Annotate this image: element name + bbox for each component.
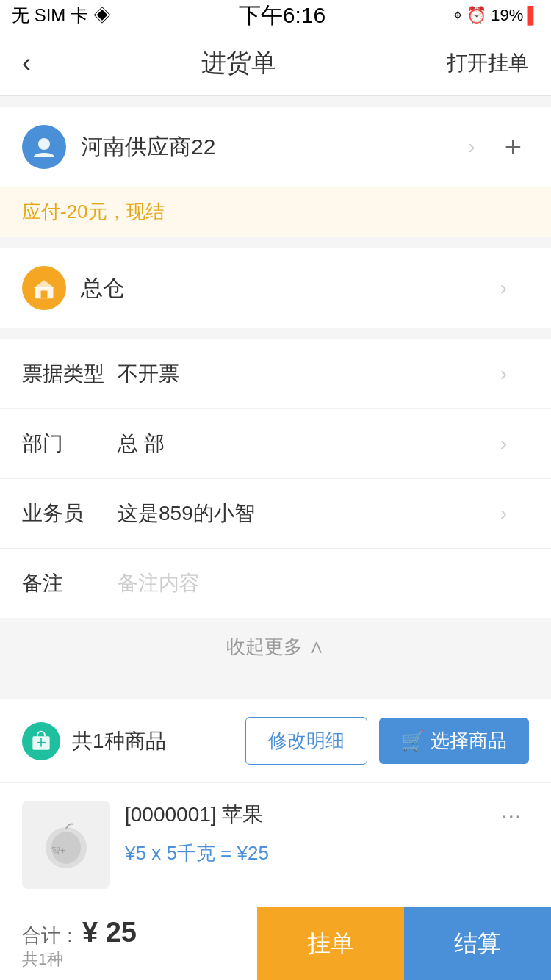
- supplier-row[interactable]: 河南供应商22 › +: [0, 107, 551, 187]
- product-name: [0000001] 苹果: [125, 801, 494, 829]
- checkout-button[interactable]: 结算: [404, 907, 551, 981]
- nav-bar: ‹ 进货单 打开挂单: [0, 31, 551, 96]
- back-button[interactable]: ‹: [22, 48, 31, 79]
- staff-value: 这是859的小智: [110, 500, 500, 527]
- battery-icon: ▌: [527, 6, 539, 25]
- divider-2: [0, 676, 551, 688]
- svg-text:智+: 智+: [51, 846, 65, 856]
- chevron-right-icon: ›: [500, 502, 507, 525]
- product-header: 共1种商品 修改明细 🛒 选择商品: [0, 699, 551, 783]
- hang-button[interactable]: 挂单: [257, 907, 404, 981]
- remark-input[interactable]: 备注内容: [110, 569, 529, 597]
- svg-point-0: [38, 138, 50, 150]
- svg-rect-2: [41, 291, 48, 299]
- dept-row[interactable]: 部门 总 部 ›: [0, 409, 551, 479]
- total-price: ¥25: [237, 842, 269, 864]
- status-time: 下午6:16: [239, 1, 325, 31]
- invoice-type-label: 票据类型: [22, 360, 110, 388]
- sim-status: 无 SIM 卡 ◈: [12, 4, 111, 27]
- product-count: 共1种商品: [72, 727, 245, 755]
- product-price-detail: ¥5 x 5千克 = ¥25: [125, 840, 494, 866]
- product-thumbnail: 智+: [22, 801, 110, 889]
- divider-1: [0, 96, 551, 107]
- status-bar: 无 SIM 卡 ◈ 下午6:16 ⌖ ⏰ 19% ▌: [0, 0, 551, 31]
- page-title: 进货单: [201, 46, 276, 80]
- open-pending-button[interactable]: 打开挂单: [447, 49, 529, 77]
- warehouse-icon: [22, 266, 66, 310]
- product-item: 智+ [0000001] 苹果 ¥5 x 5千克 = ¥25 ···: [0, 783, 551, 907]
- collapse-button[interactable]: 收起更多 ∧: [0, 618, 551, 676]
- staff-label: 业务员: [22, 500, 110, 527]
- chevron-right-icon: ›: [500, 432, 507, 455]
- battery-level: 19%: [491, 6, 523, 25]
- dept-value: 总 部: [110, 430, 500, 458]
- warehouse-name: 总仓: [81, 273, 500, 303]
- total-sub: 共1种: [22, 948, 235, 970]
- location-icon: ⌖: [453, 6, 462, 25]
- product-code: [0000001]: [125, 803, 217, 826]
- footer-total: 合计： ¥ 25 共1种: [0, 917, 257, 970]
- unit-price: ¥5: [125, 842, 146, 864]
- chevron-right-icon: ›: [468, 135, 475, 159]
- chevron-right-icon: ›: [500, 276, 507, 300]
- select-product-button[interactable]: 🛒 选择商品: [379, 718, 529, 764]
- product-section: 共1种商品 修改明细 🛒 选择商品 智+ [0000001] 苹果: [0, 699, 551, 907]
- footer: 合计： ¥ 25 共1种 挂单 结算: [0, 907, 551, 980]
- product-title: 苹果: [222, 803, 263, 826]
- remark-label: 备注: [22, 569, 110, 597]
- equals-sign: =: [220, 842, 237, 864]
- alarm-icon: ⏰: [467, 6, 486, 25]
- status-right: ⌖ ⏰ 19% ▌: [453, 6, 539, 25]
- product-info: [0000001] 苹果 ¥5 x 5千克 = ¥25: [125, 801, 494, 866]
- supplier-section: 河南供应商22 › + 应付-20元，现结: [0, 107, 551, 237]
- dept-label: 部门: [22, 430, 110, 458]
- select-product-label: 选择商品: [431, 728, 507, 754]
- form-section: 票据类型 不开票 › 部门 总 部 › 业务员 这是859的小智 › 备注 备注…: [0, 339, 551, 618]
- cart-icon: 🛒: [401, 729, 425, 752]
- invoice-type-value: 不开票: [110, 360, 500, 388]
- staff-row[interactable]: 业务员 这是859的小智 ›: [0, 479, 551, 549]
- price-separator: x: [151, 842, 166, 864]
- supplier-alert: 应付-20元，现结: [0, 187, 551, 237]
- total-amount: ¥ 25: [82, 917, 137, 948]
- remark-row[interactable]: 备注 备注内容: [0, 549, 551, 618]
- supplier-name: 河南供应商22: [81, 132, 468, 162]
- total-label: 合计：: [22, 923, 79, 948]
- warehouse-section: 总仓 ›: [0, 248, 551, 328]
- supplier-avatar: [22, 125, 66, 169]
- invoice-type-row[interactable]: 票据类型 不开票 ›: [0, 339, 551, 409]
- warehouse-row[interactable]: 总仓 ›: [0, 248, 551, 328]
- modify-detail-button[interactable]: 修改明细: [245, 717, 367, 765]
- chevron-right-icon: ›: [500, 362, 507, 386]
- more-options-button[interactable]: ···: [494, 801, 529, 829]
- quantity: 5千克: [166, 842, 215, 864]
- add-supplier-button[interactable]: +: [497, 131, 529, 164]
- product-icon: [22, 722, 60, 760]
- status-left: 无 SIM 卡 ◈: [12, 4, 111, 27]
